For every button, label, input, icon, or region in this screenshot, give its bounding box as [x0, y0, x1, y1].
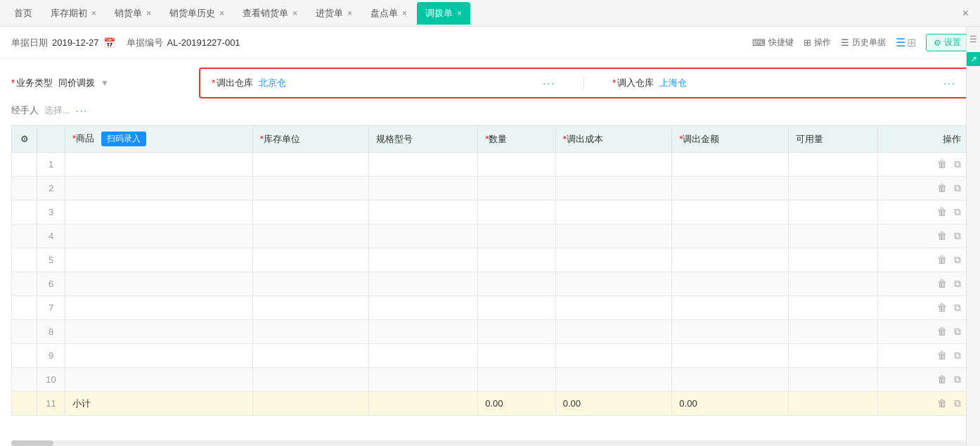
close-icon[interactable]: × — [292, 8, 297, 18]
row-spec[interactable] — [369, 368, 478, 392]
settings-col-header[interactable]: ⚙ — [12, 126, 37, 153]
delete-icon[interactable]: 🗑 — [937, 374, 947, 385]
row-unit[interactable] — [252, 177, 369, 200]
row-cost[interactable] — [555, 153, 672, 177]
row-spec[interactable] — [369, 177, 478, 200]
copy-icon[interactable]: ⧉ — [954, 182, 961, 193]
row-spec[interactable] — [369, 344, 478, 368]
row-product[interactable] — [65, 153, 253, 177]
row-cost[interactable] — [555, 177, 672, 200]
row-cost[interactable] — [555, 320, 672, 344]
close-icon[interactable]: × — [146, 8, 151, 18]
close-icon[interactable]: × — [219, 8, 224, 18]
row-amount[interactable] — [672, 296, 789, 320]
row-available[interactable] — [788, 177, 877, 200]
row-qty[interactable] — [478, 320, 555, 344]
settings-button[interactable]: ⚙ 设置 — [926, 34, 969, 51]
row-product[interactable] — [65, 248, 253, 272]
close-icon[interactable]: × — [457, 8, 462, 18]
delete-icon[interactable]: 🗑 — [937, 158, 947, 170]
delete-icon[interactable]: 🗑 — [937, 206, 947, 217]
row-unit[interactable] — [252, 224, 369, 248]
tab-transfer[interactable]: 调拨单 × — [417, 2, 470, 25]
copy-icon[interactable]: ⧉ — [954, 397, 961, 409]
row-available[interactable] — [788, 200, 877, 224]
delete-icon[interactable]: 🗑 — [937, 278, 947, 289]
row-spec[interactable] — [369, 272, 478, 296]
delete-icon[interactable]: 🗑 — [937, 182, 947, 193]
row-cost[interactable] — [555, 248, 672, 272]
shortcut-button[interactable]: ⌨ 快捷键 — [752, 37, 794, 49]
row-amount[interactable] — [672, 177, 789, 200]
row-cost[interactable] — [555, 344, 672, 368]
delete-icon[interactable]: 🗑 — [937, 326, 947, 337]
row-available[interactable] — [788, 248, 877, 272]
row-unit[interactable] — [252, 320, 369, 344]
row-amount[interactable] — [672, 344, 789, 368]
row-unit[interactable] — [252, 368, 369, 392]
row-qty[interactable] — [478, 272, 555, 296]
row-amount[interactable] — [672, 248, 789, 272]
row-spec[interactable] — [369, 248, 478, 272]
row-spec[interactable] — [369, 200, 478, 224]
copy-icon[interactable]: ⧉ — [954, 374, 961, 385]
handler-select[interactable]: 选择... — [44, 104, 70, 117]
warehouse-out-more-icon[interactable]: ··· — [543, 77, 555, 89]
row-cost[interactable] — [555, 224, 672, 248]
row-product[interactable] — [65, 320, 253, 344]
row-spec[interactable] — [369, 224, 478, 248]
row-qty[interactable] — [478, 368, 555, 392]
row-product[interactable] — [65, 200, 253, 224]
row-unit[interactable] — [252, 153, 369, 177]
row-spec[interactable] — [369, 320, 478, 344]
calendar-icon[interactable]: 📅 — [103, 37, 115, 49]
tab-sales-history[interactable]: 销货单历史 × — [161, 2, 233, 25]
copy-icon[interactable]: ⧉ — [954, 302, 961, 313]
row-product[interactable] — [65, 344, 253, 368]
row-product[interactable] — [65, 368, 253, 392]
tab-home[interactable]: 首页 — [6, 2, 41, 25]
delete-icon[interactable]: 🗑 — [937, 397, 947, 409]
row-amount[interactable] — [672, 272, 789, 296]
close-icon[interactable]: × — [347, 8, 352, 18]
row-spec[interactable] — [369, 153, 478, 177]
row-amount[interactable] — [672, 224, 789, 248]
handler-more-icon[interactable]: ··· — [76, 105, 89, 116]
row-available[interactable] — [788, 344, 877, 368]
copy-icon[interactable]: ⧉ — [954, 206, 961, 217]
row-product[interactable] — [65, 177, 253, 200]
row-available[interactable] — [788, 296, 877, 320]
tab-view-sales[interactable]: 查看销货单 × — [234, 2, 306, 25]
settings-gear-icon[interactable]: ⚙ — [20, 134, 29, 144]
row-unit[interactable] — [252, 200, 369, 224]
business-type-select[interactable]: 同价调拨 ▼ — [58, 77, 171, 89]
tab-sales-order[interactable]: 销货单 × — [106, 2, 160, 25]
copy-icon[interactable]: ⧉ — [954, 278, 961, 289]
row-available[interactable] — [788, 153, 877, 177]
row-product[interactable] — [65, 296, 253, 320]
copy-icon[interactable]: ⧉ — [954, 350, 961, 361]
copy-icon[interactable]: ⧉ — [954, 254, 961, 265]
side-expand-icon[interactable]: ↗ — [967, 52, 981, 66]
row-cost[interactable] — [555, 200, 672, 224]
delete-icon[interactable]: 🗑 — [937, 230, 947, 241]
row-cost[interactable] — [555, 272, 672, 296]
row-qty[interactable] — [478, 177, 555, 200]
row-qty[interactable] — [478, 248, 555, 272]
row-qty[interactable] — [478, 224, 555, 248]
row-cost[interactable] — [555, 368, 672, 392]
copy-icon[interactable]: ⧉ — [954, 326, 961, 337]
row-available[interactable] — [788, 320, 877, 344]
tab-inventory-init[interactable]: 库存期初 × — [42, 2, 105, 25]
row-spec[interactable] — [369, 296, 478, 320]
row-product[interactable] — [65, 224, 253, 248]
delete-icon[interactable]: 🗑 — [937, 350, 947, 361]
side-list-icon[interactable]: ☰ — [967, 32, 981, 46]
row-cost[interactable] — [555, 296, 672, 320]
row-unit[interactable] — [252, 344, 369, 368]
row-qty[interactable] — [478, 344, 555, 368]
horizontal-scrollbar[interactable] — [11, 440, 969, 446]
row-amount[interactable] — [672, 368, 789, 392]
chevron-down-icon[interactable]: ▼ — [101, 78, 109, 88]
row-unit[interactable] — [252, 296, 369, 320]
